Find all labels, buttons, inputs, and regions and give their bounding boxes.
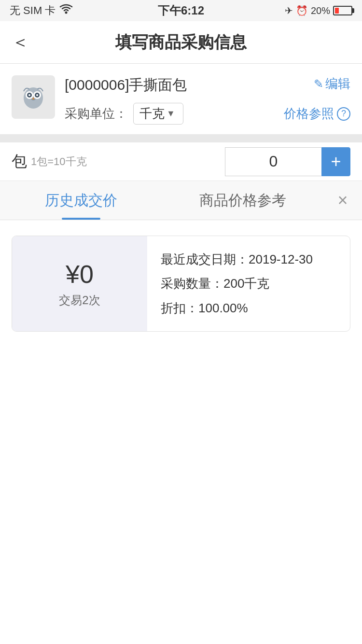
discount-label: 折扣： [161,301,198,315]
edit-icon: ✎ [314,77,323,91]
tab-product-price-ref[interactable]: 商品价格参考 [162,181,323,220]
price-ref-button[interactable]: 价格参照 ? [284,105,350,122]
recent-date-row: 最近成交日期：2019-12-30 [161,251,336,268]
location-icon: ✈ [285,5,293,16]
nav-bar: ＜ 填写商品采购信息 [0,21,362,64]
page-title: 填写商品采购信息 [115,31,247,54]
tab-history-price[interactable]: 历史成交价 [0,181,162,220]
wifi-icon [59,4,73,17]
status-right: ✈ ⏰ 20% [285,5,352,16]
divider-bar [0,135,362,142]
content-area: ¥0 交易2次 最近成交日期：2019-12-30 采购数量：200千克 折扣：… [0,220,362,347]
chevron-down-icon: ▼ [167,109,175,119]
alarm-icon: ⏰ [296,5,308,16]
unit-conversion: 1包=10千克 [31,154,87,169]
price-ref-label: 价格参照 [284,105,334,122]
quantity-row: 包 1包=10千克 0 + [0,142,362,181]
quantity-control: 0 + [225,147,350,176]
price-right: 最近成交日期：2019-12-30 采购数量：200千克 折扣：100.00% [147,236,350,331]
discount-value: 100.00% [198,301,248,315]
purchase-unit-left: 采购单位： 千克 ▼ [65,103,183,125]
purchase-qty-row: 采购数量：200千克 [161,275,336,292]
quantity-input[interactable]: 0 [225,147,321,176]
status-time: 下午6:12 [158,3,204,18]
edit-label: 编辑 [325,75,350,92]
battery-percent: 20% [311,5,330,16]
svg-point-7 [36,94,38,96]
unit-badge: 包 [12,151,27,172]
purchase-qty-label: 采购数量： [161,276,223,291]
purchase-unit-label: 采购单位： [65,105,127,122]
product-card: [0000006]手撕面包 ✎ 编辑 采购单位： 千克 ▼ 价格参照 ? [0,64,362,135]
edit-button[interactable]: ✎ 编辑 [314,75,350,92]
purchase-qty-value: 200千克 [223,276,269,291]
battery-icon [333,6,352,15]
back-button[interactable]: ＜ [12,30,29,54]
unit-select[interactable]: 千克 ▼ [133,103,183,125]
close-button[interactable]: × [323,181,362,220]
tab-bar: 历史成交价 商品价格参考 × [0,181,362,220]
quantity-label: 包 1包=10千克 [12,151,87,172]
price-value: ¥0 [66,260,94,289]
trade-count: 交易2次 [59,293,100,308]
product-name: [0000006]手撕面包 [65,75,187,95]
discount-row: 折扣：100.00% [161,299,336,317]
svg-point-0 [65,12,68,14]
plus-button[interactable]: + [321,147,350,176]
price-card: ¥0 交易2次 最近成交日期：2019-12-30 采购数量：200千克 折扣：… [12,236,350,332]
price-left: ¥0 交易2次 [12,236,147,331]
tab-area: 历史成交价 商品价格参考 × [0,181,362,220]
svg-point-6 [28,94,30,96]
tab2-label: 商品价格参考 [199,191,286,210]
status-carrier: 无 SIM 卡 [10,3,73,18]
carrier-text: 无 SIM 卡 [10,3,56,18]
recent-date-label: 最近成交日期： [161,252,249,266]
main-background [0,347,362,637]
product-info: [0000006]手撕面包 ✎ 编辑 采购单位： 千克 ▼ 价格参照 ? [65,75,350,125]
unit-value: 千克 [139,105,165,122]
owl-logo-icon [19,83,48,112]
status-bar: 无 SIM 卡 下午6:12 ✈ ⏰ 20% [0,0,362,21]
info-icon: ? [337,107,350,121]
tab1-label: 历史成交价 [45,191,117,210]
recent-date-value: 2019-12-30 [249,252,313,266]
product-thumbnail [12,75,55,119]
